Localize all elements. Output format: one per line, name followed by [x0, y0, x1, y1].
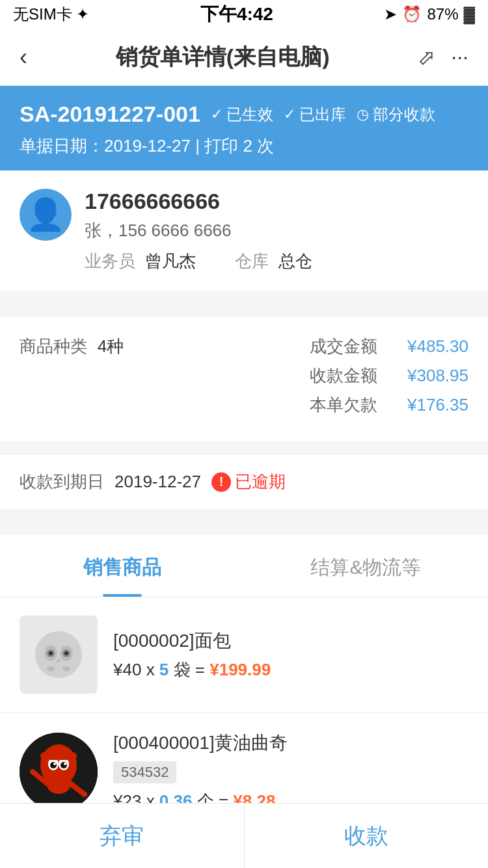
back-button[interactable]: ‹ [20, 44, 27, 71]
clock-icon: ◷ [357, 106, 369, 123]
alarm-icon: ⏰ [402, 5, 422, 23]
warehouse-value: 总仓 [278, 251, 312, 271]
order-meta: 单据日期：2019-12-27 | 打印 2 次 [20, 135, 468, 157]
svg-rect-18 [40, 752, 77, 760]
collected-amount-value: ¥308.95 [390, 366, 468, 386]
product-thumb-1 [20, 616, 98, 694]
overdue-label: 已逾期 [235, 470, 286, 493]
product-code-1: [0000002]面包 [113, 629, 468, 653]
warehouse-label: 仓库 [235, 251, 269, 271]
owed-amount-label: 本单欠款 [310, 394, 377, 416]
product-base-price-1: ¥40 [113, 660, 141, 679]
tab-settlement[interactable]: 结算&物流等 [244, 535, 488, 597]
svg-point-19 [47, 776, 70, 794]
badge-partial-payment: ◷ 部分收款 [357, 104, 435, 125]
product-item-1: [0000002]面包 ¥40 x 5 袋 = ¥199.99 [0, 597, 488, 712]
divider-1 [0, 291, 488, 304]
sales-person-label: 业务员 [85, 251, 135, 271]
carrier-text: 无SIM卡 ✦ [13, 4, 89, 25]
transaction-amount-row: 成交金额 ¥485.30 [310, 335, 468, 358]
svg-point-0 [35, 631, 82, 678]
more-icon[interactable]: ··· [451, 45, 468, 69]
customer-avatar: 👤 [20, 189, 72, 241]
product-unit-1: 袋 [174, 660, 191, 679]
share-icon[interactable]: ⬀ [418, 45, 435, 70]
product-image-ninja [20, 733, 98, 811]
customer-id: 17666666666 [85, 189, 468, 214]
product-image-2 [20, 733, 98, 811]
order-header-banner: SA-20191227-001 ✓ 已生效 ✓ 已出库 ◷ 部分收款 单据日期：… [0, 86, 488, 170]
customer-name-phone: 张，156 6666 6666 [85, 219, 468, 242]
product-info-2: [000400001]黄油曲奇 534532 ¥23 x 0.36 个 = ¥8… [113, 731, 468, 813]
due-date-label: 收款到期日 [20, 470, 104, 493]
battery-icon: ▓ [464, 5, 476, 23]
status-time: 下午4:42 [200, 2, 273, 27]
amount-stats: 成交金额 ¥485.30 收款金额 ¥308.95 本单欠款 ¥176.35 [310, 335, 468, 423]
badge-shipped-label: 已出库 [299, 104, 346, 125]
product-quantity-1: 5 [159, 660, 169, 679]
badge-shipped: ✓ 已出库 [284, 104, 346, 125]
warehouse-section: 仓库 总仓 [235, 250, 312, 273]
collected-amount-label: 收款金额 [310, 364, 377, 387]
customer-section: 👤 17666666666 张，156 6666 6666 业务员 曾凡杰 仓库… [0, 170, 488, 291]
product-total-1: ¥199.99 [210, 660, 271, 679]
order-id: SA-20191227-001 [20, 102, 200, 127]
location-icon: ➤ [384, 5, 397, 23]
product-equals-1: = [195, 660, 210, 679]
badge-partial-label: 部分收款 [373, 104, 435, 125]
due-date-section: 收款到期日 2019-12-27 ! 已逾期 [0, 454, 488, 509]
nav-bar: ‹ 销货单详情(来自电脑) ⬀ ··· [0, 29, 488, 86]
product-image-placeholder-1 [20, 616, 98, 694]
owl-placeholder-icon [33, 629, 85, 681]
status-right: ➤ ⏰ 87% ▓ [384, 5, 475, 23]
owed-amount-value: ¥176.35 [390, 395, 468, 415]
product-types-label: 商品种类 [20, 336, 87, 356]
divider-2 [0, 509, 488, 522]
collect-button[interactable]: 收款 [245, 804, 489, 868]
bottom-bar: 弃审 收款 [0, 803, 488, 868]
svg-point-5 [49, 651, 53, 655]
owed-amount-row: 本单欠款 ¥176.35 [310, 394, 468, 416]
due-date-value: 2019-12-27 [115, 472, 201, 492]
product-thumb-2 [20, 733, 98, 811]
product-types-stat: 商品种类 4种 [20, 335, 124, 358]
status-left: 无SIM卡 ✦ [13, 4, 89, 25]
badge-activated-label: 已生效 [226, 104, 273, 125]
transaction-amount-label: 成交金额 [310, 335, 377, 358]
overdue-icon: ! [211, 472, 231, 492]
nav-actions: ⬀ ··· [418, 45, 468, 70]
product-info-1: [0000002]面包 ¥40 x 5 袋 = ¥199.99 [113, 629, 468, 681]
reject-button[interactable]: 弃审 [0, 804, 245, 868]
product-types-value: 4种 [98, 336, 124, 356]
collected-amount-row: 收款金额 ¥308.95 [310, 364, 468, 387]
product-multiply-1: x [146, 660, 159, 679]
svg-point-8 [47, 666, 55, 671]
product-price-1: ¥40 x 5 袋 = ¥199.99 [113, 658, 468, 681]
tab-products[interactable]: 销售商品 [0, 535, 244, 597]
svg-point-14 [50, 762, 57, 768]
check-icon-2: ✓ [284, 106, 295, 123]
svg-point-16 [53, 763, 56, 765]
svg-point-9 [62, 666, 70, 671]
sales-person-value: 曾凡杰 [145, 251, 196, 271]
sales-person-section: 业务员 曾凡杰 [85, 250, 196, 273]
transaction-amount-value: ¥485.30 [390, 336, 468, 357]
battery-text: 87% [427, 5, 458, 23]
svg-point-6 [64, 651, 68, 655]
product-list: [0000002]面包 ¥40 x 5 袋 = ¥199.99 [0, 597, 488, 832]
status-bar: 无SIM卡 ✦ 下午4:42 ➤ ⏰ 87% ▓ [0, 0, 488, 29]
check-icon-1: ✓ [211, 106, 223, 123]
product-code-2: [000400001]黄油曲奇 [113, 731, 468, 755]
stats-section: 商品种类 4种 成交金额 ¥485.30 收款金额 ¥308.95 本单欠款 ¥… [0, 317, 488, 441]
customer-info: 17666666666 张，156 6666 6666 业务员 曾凡杰 仓库 总… [85, 189, 468, 273]
person-icon: 👤 [26, 197, 65, 233]
badge-activated: ✓ 已生效 [211, 104, 273, 125]
svg-point-15 [61, 762, 67, 768]
product-sku-2: 534532 [113, 761, 176, 783]
svg-point-17 [64, 763, 66, 765]
tabs-section: 销售商品 结算&物流等 [0, 535, 488, 597]
page-title: 销货单详情(来自电脑) [116, 42, 330, 72]
customer-meta: 业务员 曾凡杰 仓库 总仓 [85, 250, 468, 273]
overdue-badge: ! 已逾期 [211, 470, 286, 493]
